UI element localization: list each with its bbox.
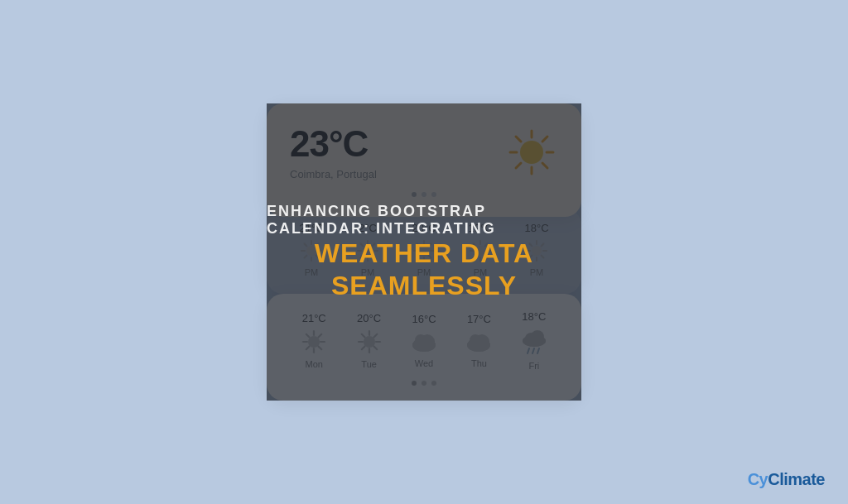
- svg-line-7: [542, 137, 547, 142]
- weekly-item-fri: 18°C Fri: [507, 310, 561, 371]
- cloud-icon-thu: [464, 330, 494, 353]
- svg-line-61: [319, 334, 322, 338]
- svg-point-36: [475, 246, 485, 256]
- svg-line-59: [306, 334, 310, 338]
- forecast-temp-1: 21°C: [299, 222, 323, 234]
- svg-line-71: [361, 347, 364, 350]
- svg-point-9: [306, 246, 316, 256]
- forecast-item-5: 18°C PM: [508, 222, 565, 277]
- svg-point-27: [419, 246, 429, 256]
- svg-line-14: [305, 244, 307, 247]
- page-dots: [290, 192, 558, 197]
- svg-line-87: [532, 348, 534, 353]
- brand-logo: CyClimate: [748, 470, 825, 489]
- sun-icon: [505, 126, 558, 179]
- forecast-temp-3: 20°C: [412, 222, 436, 234]
- weekly-day-mon: Mon: [306, 359, 323, 369]
- svg-line-69: [373, 347, 377, 350]
- svg-line-8: [516, 163, 521, 168]
- forecast-item-3: 20°C PM: [396, 222, 452, 277]
- sun-icon-sm-1: [300, 239, 323, 262]
- location-text: Coimbra, Portugal: [290, 168, 377, 180]
- svg-line-17: [305, 256, 307, 258]
- svg-line-33: [429, 256, 431, 258]
- svg-line-52: [542, 244, 544, 247]
- forecast-temp-4: 19°C: [468, 222, 492, 234]
- weekly-item-mon: 21°C Mon: [287, 312, 341, 369]
- sun-icon-tue: [357, 329, 382, 354]
- weekly-temp-mon: 21°C: [302, 312, 326, 324]
- sun-icon-sm-2: [356, 239, 379, 262]
- svg-line-53: [530, 256, 532, 258]
- svg-point-81: [470, 334, 481, 346]
- svg-line-44: [474, 256, 476, 258]
- sun-icon-mon: [301, 329, 326, 354]
- svg-line-34: [429, 244, 431, 247]
- forecast-item-4: 19°C PM: [452, 222, 508, 277]
- svg-line-88: [537, 348, 539, 353]
- rain-icon-fri: [519, 328, 549, 356]
- hourly-forecast-card: 21°C PM 2°C: [267, 209, 581, 294]
- svg-line-50: [530, 244, 532, 247]
- svg-point-0: [520, 141, 543, 164]
- forecast-label-4: PM: [474, 267, 488, 277]
- svg-line-26: [361, 256, 364, 258]
- weekly-temp-wed: 16°C: [412, 313, 436, 325]
- forecast-temp-2: 2°C: [359, 222, 377, 234]
- svg-line-60: [319, 347, 322, 350]
- svg-line-70: [373, 334, 377, 338]
- svg-line-16: [316, 244, 319, 247]
- forecast-label-3: PM: [417, 267, 431, 277]
- svg-line-86: [528, 348, 529, 353]
- weekly-page-dots: [287, 381, 561, 386]
- forecast-label-1: PM: [305, 267, 319, 277]
- svg-line-51: [542, 256, 544, 258]
- svg-point-45: [532, 246, 542, 256]
- svg-line-41: [474, 244, 476, 247]
- weekly-day-thu: Thu: [471, 358, 487, 368]
- sun-icon-sm-3: [412, 239, 436, 262]
- weekly-temp-thu: 17°C: [467, 313, 491, 325]
- current-weather-card: 23°C Coimbra, Portugal: [267, 103, 581, 217]
- weekly-dot-1: [412, 381, 417, 386]
- weekly-temp-tue: 20°C: [357, 312, 381, 324]
- sun-icon-sm-5: [525, 239, 548, 262]
- forecast-label-2: PM: [361, 267, 375, 277]
- forecast-item-2: 2°C PM: [340, 222, 396, 277]
- svg-line-23: [361, 244, 364, 247]
- weekly-forecast-row: 21°C Mon 20°C: [287, 310, 561, 371]
- svg-line-15: [316, 256, 319, 258]
- weekly-item-thu: 17°C Thu: [451, 313, 506, 368]
- current-temperature: 23°C: [290, 123, 377, 165]
- forecast-label-5: PM: [530, 267, 544, 277]
- brand-climate: Climate: [768, 470, 825, 488]
- dot-3: [431, 192, 436, 197]
- sun-icon-sm-4: [469, 239, 492, 262]
- weekly-day-wed: Wed: [415, 358, 433, 368]
- weekly-item-tue: 20°C Tue: [341, 312, 396, 369]
- forecast-temp-5: 18°C: [524, 222, 548, 234]
- weekly-temp-fri: 18°C: [522, 310, 546, 323]
- svg-point-76: [415, 334, 426, 346]
- svg-point-85: [523, 335, 546, 347]
- svg-line-24: [373, 256, 375, 258]
- svg-line-62: [306, 347, 310, 350]
- weekly-day-tue: Tue: [361, 359, 377, 369]
- brand-cy: Cy: [748, 470, 768, 488]
- svg-point-18: [363, 246, 373, 256]
- svg-line-6: [542, 163, 547, 168]
- forecast-item-1: 21°C PM: [283, 222, 340, 277]
- svg-line-35: [417, 256, 420, 258]
- svg-line-68: [361, 334, 364, 338]
- svg-line-5: [516, 137, 521, 142]
- weekly-item-wed: 16°C Wed: [397, 313, 451, 368]
- svg-line-42: [485, 256, 488, 258]
- weekly-dot-2: [422, 381, 426, 386]
- svg-line-43: [485, 244, 488, 247]
- svg-line-32: [417, 244, 420, 247]
- svg-line-25: [373, 244, 375, 247]
- forecast-row-pm: 21°C PM 2°C: [283, 222, 565, 277]
- weekly-dot-3: [431, 381, 436, 386]
- weekly-day-fri: Fri: [528, 361, 539, 371]
- weekly-forecast-card: 21°C Mon 20°C: [267, 294, 581, 401]
